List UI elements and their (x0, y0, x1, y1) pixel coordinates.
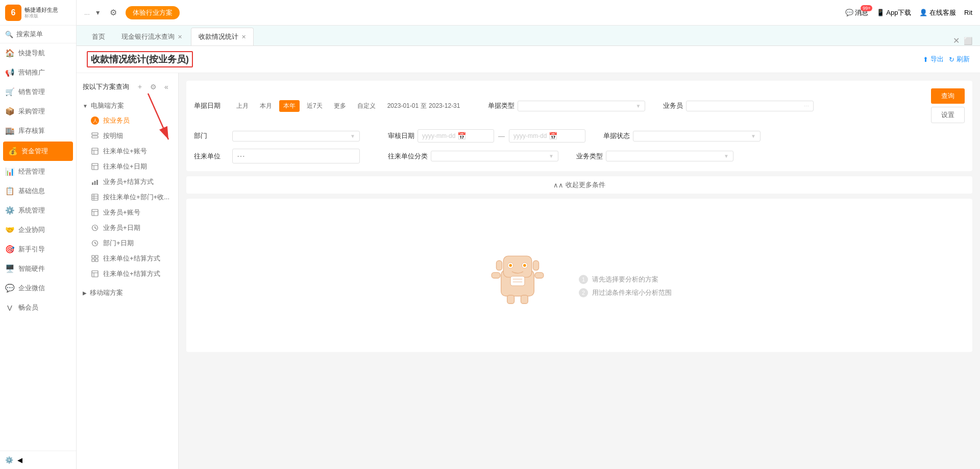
panel-item-salesperson-payment[interactable]: 业务员+结算方式 (77, 174, 178, 190)
panel-item-partner-dept[interactable]: 按往来单位+部门+收... (77, 190, 178, 205)
panel-item-partner-account[interactable]: 往来单位+账号 (77, 144, 178, 159)
date-to: 2023-12-31 (429, 102, 460, 109)
export-btn[interactable]: ⬆ 导出 (923, 55, 944, 64)
sidebar-item-guide[interactable]: 🎯 新手引导 (0, 240, 76, 259)
panel-collapse-btn[interactable]: « (161, 81, 172, 92)
query-btn[interactable]: 查询 (931, 88, 965, 104)
panel-item-by-detail[interactable]: 按明细 (77, 128, 178, 144)
filter-row-1: 单据日期 上月 本月 本年 近7天 更多 自定义 2023-01-01 至 20… (194, 88, 965, 123)
section-desktop[interactable]: ▼ 电脑端方案 (77, 99, 178, 113)
tab-collection-stats-close[interactable]: ✕ (241, 34, 246, 40)
sidebar-item-basic[interactable]: 📋 基础信息 (0, 181, 76, 201)
sidebar-item-system[interactable]: ⚙️ 系统管理 (0, 201, 76, 220)
panel-item-by-salesperson[interactable]: 人 按业务员 (77, 113, 178, 128)
megaphone-icon: 📢 (5, 68, 14, 77)
table2-icon (91, 208, 99, 217)
salesperson-select[interactable]: ⋯ (686, 101, 814, 111)
collapse-sidebar-icon[interactable]: ◀ (17, 456, 22, 464)
doc-type-label: 单据类型 (488, 101, 514, 110)
logo-area: 6 畅捷通好生意 标准版 (0, 0, 76, 26)
date-btn-7days[interactable]: 近7天 (303, 100, 327, 112)
settings-footer-icon[interactable]: ⚙️ (5, 456, 13, 464)
ops-icon: 📊 (5, 167, 14, 176)
messages-btn[interactable]: 💬 99+ 消息 (845, 8, 869, 17)
sidebar-item-finance[interactable]: 💰 资金管理 (3, 142, 73, 161)
sidebar-item-purchase[interactable]: 📦 采购管理 (0, 102, 76, 121)
sidebar-item-inventory[interactable]: 🏬 库存核算 (0, 121, 76, 140)
svg-rect-2 (92, 133, 98, 135)
settings-btn[interactable]: 设置 (931, 107, 965, 123)
tab-bank-flow[interactable]: 现金银行流水查询 ✕ (114, 28, 190, 45)
partner-category-select[interactable]: ▼ (431, 151, 558, 161)
online-service-btn[interactable]: 👤 在线客服 (919, 8, 956, 17)
date-btn-more[interactable]: 更多 (330, 100, 350, 112)
sidebar-item-enterprise[interactable]: 🤝 企业协同 (0, 220, 76, 240)
tab-collection-stats[interactable]: 收款情况统计 ✕ (191, 28, 254, 45)
desktop-section: ▼ 电脑端方案 人 按业务员 按明细 往来单位+账号 (77, 97, 178, 284)
doc-status-select[interactable]: ▼ (633, 131, 761, 142)
panel-item-salesperson-account[interactable]: 业务员+账号 (77, 205, 178, 220)
collapse-filter-btn[interactable]: ∧∧ 收起更多条件 (186, 176, 972, 194)
tab-home-label: 首页 (92, 32, 105, 41)
refresh-btn[interactable]: ↻ 刷新 (949, 55, 970, 64)
user-name[interactable]: Rit (964, 9, 972, 16)
date-btn-last-month[interactable]: 上月 (232, 100, 253, 112)
tab-bank-flow-close[interactable]: ✕ (178, 34, 182, 40)
topbar-right: 💬 99+ 消息 📱 App下载 👤 在线客服 Rit (845, 8, 972, 17)
dept-label: 部门 (194, 131, 225, 140)
app-download-btn[interactable]: 📱 App下载 (876, 8, 911, 17)
panel-item-dept-date[interactable]: 部门+日期 (77, 236, 178, 251)
dept-select[interactable]: ▼ (232, 131, 360, 142)
sidebar-item-quicknav[interactable]: 🏠 快捷导航 (0, 43, 76, 63)
sidebar-item-hardware[interactable]: 🖥️ 智能硬件 (0, 259, 76, 278)
review-date-from[interactable]: yyyy-mm-dd 📅 (418, 129, 494, 143)
partner-dots[interactable]: ⋯ (237, 151, 245, 161)
sidebar-item-wechat[interactable]: 💬 企业微信 (0, 278, 76, 298)
maximize-icon[interactable]: ⬜ (964, 37, 972, 45)
topbar-dropdown[interactable]: ▼ (95, 9, 101, 16)
panel-item-partner-date[interactable]: 往来单位+日期 (77, 159, 178, 174)
sidebar-item-sales[interactable]: 🛒 销售管理 (0, 82, 76, 102)
topbar-gear-icon[interactable]: ⚙ (106, 6, 120, 20)
date-btn-this-month[interactable]: 本月 (256, 100, 276, 112)
biz-type-label: 业务类型 (576, 152, 603, 161)
partner-category-label: 往来单位分类 (388, 152, 428, 161)
date-btn-custom[interactable]: 自定义 (353, 100, 380, 112)
search-icon: 🔍 (5, 31, 13, 38)
panel-title: 按以下方案查询 (83, 82, 129, 91)
clock2-icon (91, 239, 99, 247)
svg-rect-10 (92, 182, 93, 185)
review-date-to[interactable]: yyyy-mm-dd 📅 (509, 129, 585, 143)
sidebar-item-marketing[interactable]: 📢 营销推广 (0, 63, 76, 82)
svg-point-37 (509, 264, 512, 267)
topbar-breadcrumb: ... (84, 9, 90, 16)
section-mobile[interactable]: ▶ 移动端方案 (77, 286, 178, 300)
panel-add-btn[interactable]: ＋ (134, 81, 145, 92)
close-window-icon[interactable]: ✕ (953, 36, 960, 45)
sidebar-item-member[interactable]: V 畅会员 (0, 298, 76, 317)
svg-rect-40 (533, 261, 538, 270)
panel-gear-btn[interactable]: ⚙ (148, 81, 159, 92)
doc-status-label: 单据状态 (603, 131, 630, 140)
panel-item-partner-settlement2[interactable]: 往来单位+结算方式 (77, 266, 178, 282)
page-header: 收款情况统计(按业务员) ⬆ 导出 ↻ 刷新 (77, 46, 980, 73)
sidebar-item-operations[interactable]: 📊 经营管理 (0, 162, 76, 181)
partner-select[interactable]: ⋯ (232, 149, 360, 163)
date-btn-this-year[interactable]: 本年 (279, 100, 300, 112)
doc-type-select[interactable]: ▼ (518, 101, 645, 111)
svg-rect-41 (492, 272, 500, 278)
tab-home[interactable]: 首页 (84, 28, 113, 45)
svg-line-22 (95, 228, 96, 229)
scheme-btn[interactable]: 体验行业方案 (126, 6, 180, 19)
topbar: ... ▼ ⚙ 体验行业方案 💬 99+ 消息 📱 App下载 👤 在线客服 R… (77, 0, 980, 26)
search-menu-item[interactable]: 🔍 搜索菜单 (0, 26, 76, 43)
panel-item-partner-settlement1[interactable]: 往来单位+结算方式 (77, 251, 178, 266)
home-icon: 🏠 (5, 49, 14, 58)
biz-type-select[interactable]: ▼ (606, 151, 733, 161)
panel-item-salesperson-date[interactable]: 业务员+日期 (77, 220, 178, 236)
empty-state: 1 请先选择要分析的方案 2 用过滤条件来缩小分析范围 (186, 199, 972, 352)
logo-icon: 6 (5, 5, 21, 21)
svg-rect-7 (92, 163, 98, 170)
svg-rect-43 (507, 295, 514, 303)
svg-rect-45 (510, 276, 525, 285)
